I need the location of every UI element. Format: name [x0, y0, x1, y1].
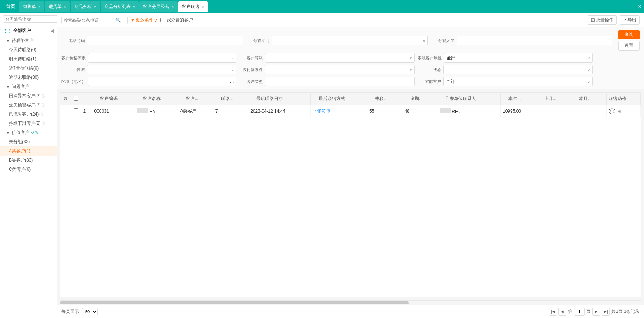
collapse-button[interactable]: ◀ — [50, 28, 54, 33]
nav-home[interactable]: 首页 — [3, 3, 18, 10]
table-row: 1 000031 Ea A类客户 7 — [60, 105, 641, 117]
col-unit-contact: ⋮ 往来单位联系人 — [437, 93, 500, 105]
pending-contact-label: 待联络客户 — [12, 38, 34, 44]
all-customers-header[interactable]: ⋮⋮ 全部客户 ◀ — [0, 25, 57, 36]
retail-value: 全部 — [446, 78, 455, 85]
col-last-month: ⋮ 上月... — [536, 93, 571, 105]
name-placeholder-box — [137, 108, 148, 113]
sidebar-a-customers[interactable]: A类客户(1) — [0, 146, 57, 156]
row-overdue-cell: 48 — [402, 105, 437, 117]
customer-level-select[interactable]: ∨ — [265, 53, 414, 63]
mine-only-checkbox[interactable] — [160, 18, 165, 22]
sidebar-churned[interactable]: 已流失客户(24) ⓘ — [0, 110, 57, 119]
export-button[interactable]: ↗ 导出 — [620, 15, 640, 25]
more-conditions-button[interactable]: ▼ 更多条件 ∨ — [130, 17, 157, 23]
page-size-label: 每页显示 — [61, 308, 79, 315]
nav-tab-analysis-close[interactable]: × — [94, 5, 96, 9]
row-last-contact-way[interactable]: 下销货单 — [313, 108, 330, 113]
prev-page-button[interactable]: ◀ — [558, 308, 566, 316]
sidebar-churn-warning[interactable]: 流失预警客户(3) ⓘ — [0, 100, 57, 110]
filter-search-icon[interactable]: 🔍 — [115, 18, 121, 23]
sidebar-tomorrow-contact[interactable]: 明天待联络(1) — [0, 54, 57, 64]
nav-tab-customer-contact-close[interactable]: × — [202, 5, 204, 9]
customer-type-select[interactable] — [265, 77, 414, 86]
sort-icon-unit: ⋮ — [440, 97, 443, 101]
filter-actions: ☑ 批量操作 ↗ 导出 — [588, 15, 640, 25]
problem-customers-group[interactable]: ▼ 问题客户 — [0, 82, 57, 91]
close-all-button[interactable]: × — [638, 3, 641, 10]
mine-only-filter[interactable]: 我分管的客户 — [160, 17, 193, 23]
next-page-button[interactable]: ▶ — [592, 308, 600, 316]
retail-attr-select[interactable]: 全部 ∨ — [444, 53, 593, 63]
value-customers-label: 价值客户 — [12, 130, 29, 136]
area-select[interactable]: ... — [88, 77, 236, 86]
page-input[interactable] — [574, 308, 585, 316]
sidebar-c-customers[interactable]: C类客户(6) — [0, 165, 57, 174]
nav-tab-customer-contact[interactable]: 客户联络 × — [178, 1, 208, 12]
edit-value-icon[interactable]: ✎ — [35, 130, 38, 135]
first-page-button[interactable]: |◀ — [549, 308, 557, 316]
payment-select[interactable]: ∨ — [265, 65, 414, 74]
price-level-chevron-icon: ∨ — [231, 56, 234, 60]
status-select[interactable]: ∨ — [443, 65, 593, 74]
retail-select[interactable]: 全部 ∨ — [443, 77, 593, 86]
info-icon-1: ⓘ — [42, 93, 45, 99]
select-all-checkbox[interactable] — [74, 96, 78, 101]
arrow-icon: ▼ — [6, 38, 10, 43]
nav-tab-sales-close[interactable]: × — [38, 5, 40, 9]
sidebar-search-input[interactable] — [3, 15, 57, 23]
nav-tab-analysis-list[interactable]: 商品分析列表 × — [101, 1, 139, 12]
price-level-select[interactable]: ∨ — [88, 53, 236, 63]
row-checkbox[interactable] — [74, 108, 78, 113]
sidebar-7days-contact[interactable]: 近7天待联络(0) — [0, 64, 57, 73]
sidebar-today-contact[interactable]: 今天待联络(0) — [0, 45, 57, 54]
batch-op-label: 批量操作 — [596, 17, 613, 23]
filter-icon: ▼ — [130, 18, 135, 23]
nav-tab-purchase[interactable]: 进货单 × — [45, 1, 70, 12]
filter-search-input[interactable] — [64, 18, 115, 22]
nav-tab-purchase-close[interactable]: × — [64, 5, 66, 9]
nav-tab-customer-mgmt[interactable]: 客户分层经营 × — [139, 1, 178, 12]
nav-tab-sales[interactable]: 销售单 × — [19, 1, 44, 12]
col-settings-button[interactable]: ⚙ — [63, 96, 68, 102]
status-chevron-icon: ∨ — [587, 68, 590, 72]
overdue-contact-label: 逾期未联络(30) — [9, 74, 39, 81]
nav-tab-customer-mgmt-label: 客户分层经营 — [143, 4, 169, 10]
chat-icon[interactable]: 💬 — [609, 108, 615, 114]
phone-input[interactable] — [87, 36, 243, 45]
person-select[interactable]: ... — [457, 36, 612, 45]
page-nav: |◀ ◀ 第 页 ▶ ▶| 共1页 1条记录 — [549, 308, 640, 316]
sort-icon-thismonth: ⋮ — [573, 97, 577, 101]
nav-tab-analysis-label: 商品分析 — [74, 4, 92, 10]
page-size-select[interactable]: 50 — [82, 308, 98, 315]
batch-op-button[interactable]: ☑ 批量操作 — [588, 15, 617, 25]
sidebar-overdue-contact[interactable]: 逾期未联络(30) — [0, 73, 57, 82]
sort-icon-name: ⋮ — [137, 97, 141, 101]
sidebar-declining[interactable]: 持续下滑客户(2) ⓘ — [0, 119, 57, 128]
scroll-thumb[interactable] — [60, 301, 409, 304]
nav-tab-analysis-list-close[interactable]: × — [133, 5, 135, 9]
sidebar-ungrouped[interactable]: 未分组(32) — [0, 137, 57, 146]
value-customers-group[interactable]: ▼ 价值客户 ↺ ✎ — [0, 128, 57, 137]
dept-select[interactable]: ∨ — [272, 36, 427, 45]
sidebar-b-customers[interactable]: B类客户(33) — [0, 156, 57, 165]
pending-contact-group[interactable]: ▼ 待联络客户 — [0, 36, 57, 45]
repurchase-abnormal-label: 回购异常客户(2) — [9, 93, 41, 99]
info-icon-4: ⓘ — [42, 121, 45, 126]
retail-chevron-icon: ∨ — [587, 80, 590, 84]
nature-select[interactable]: ∨ — [87, 65, 236, 74]
page-unit-label: 页 — [586, 308, 591, 315]
filter-row-1: 电话号码 分管部门 ∨ 分管人员 ... 查询 — [61, 30, 640, 51]
nav-tab-customer-mgmt-close[interactable]: × — [172, 5, 174, 9]
sidebar-repurchase-abnormal[interactable]: 回购异常客户(2) ⓘ — [0, 91, 57, 100]
grid-action-icon[interactable]: ⊞ — [617, 108, 622, 114]
row-unit-contact-cell: RE . — [437, 105, 500, 117]
last-page-button[interactable]: ▶| — [602, 308, 610, 316]
horizontal-scrollbar[interactable] — [60, 300, 641, 305]
setting-button[interactable]: 设置 — [618, 41, 640, 51]
nav-tab-analysis[interactable]: 商品分析 × — [71, 1, 100, 12]
problem-customers-label: 问题客户 — [12, 84, 29, 90]
refresh-value-icon[interactable]: ↺ — [31, 130, 34, 135]
row-contact-cell: 7 — [213, 105, 248, 117]
query-button[interactable]: 查询 — [618, 30, 640, 39]
